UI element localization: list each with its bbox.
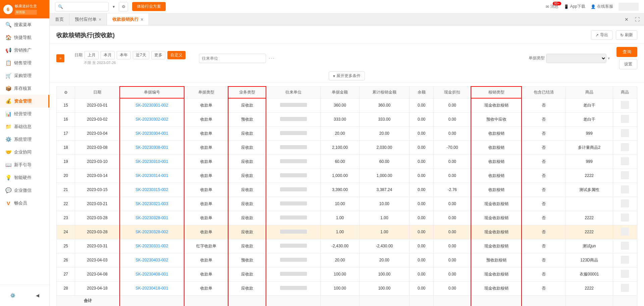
expand-arrow-btn[interactable]: » (56, 54, 64, 62)
sidebar-item-basic[interactable]: 📁 基础信息 (0, 120, 49, 133)
td-doc-no: SK-20230310-001 (120, 155, 184, 169)
td-cash-discount: 0.00 (434, 267, 471, 281)
doc-no-link[interactable]: SK-20230331-002 (136, 244, 168, 248)
td-amount: 3,390.00 (321, 183, 359, 197)
sidebar-item-guide[interactable]: 📖 新手引导 (0, 159, 49, 171)
guide-icon: 📖 (5, 162, 11, 168)
date-btn-this-year[interactable]: 本年 (117, 51, 131, 59)
sidebar-item-sales[interactable]: 📋 销售管理 (0, 57, 49, 69)
sidebar-item-operations[interactable]: 📊 经营管理 (0, 108, 49, 120)
doc-type-filter: 单据类型 ▾ (529, 54, 610, 63)
td-product2 (613, 267, 637, 281)
td-date: 2023-03-31 (75, 239, 120, 253)
expand-conditions-btn[interactable]: ▾ 展开更多条件 (329, 71, 365, 80)
sidebar-item-wechat[interactable]: 💬 企业微信 (0, 184, 49, 197)
expand-arrow-icon[interactable]: » (56, 54, 64, 62)
td-total-offset: 1.00 (359, 225, 409, 239)
td-total-offset: 333.00 (359, 112, 409, 126)
query-actions: 查询 设置 (616, 47, 637, 69)
sidebar-item-inventory[interactable]: 📦 库存核算 (0, 82, 49, 95)
td-product: 999 (566, 126, 613, 140)
tab-maximize-btn[interactable]: ⛶ (633, 15, 641, 23)
counterparty-input[interactable] (199, 54, 266, 63)
counterparty-dots-btn[interactable]: ··· (267, 55, 276, 61)
td-amount: 2,100.00 (321, 140, 359, 155)
tab-close-all-btn[interactable]: ✕ (623, 15, 631, 23)
td-doc-no: SK-20230321-003 (120, 197, 184, 211)
sales-icon: 📋 (5, 60, 11, 66)
query-btn[interactable]: 查询 (616, 47, 637, 57)
td-amount: 20.00 (321, 253, 359, 267)
date-btn-7days[interactable]: 近7天 (133, 51, 149, 59)
doc-no-link[interactable]: SK-20230308-001 (136, 145, 168, 150)
total-prod2 (613, 295, 637, 306)
export-icon: ↗ (595, 33, 599, 38)
header-dropdown[interactable]: ▾ (113, 4, 115, 9)
td-counterparty (266, 112, 321, 126)
doc-no-link[interactable]: SK-20230314-001 (136, 173, 168, 178)
doc-no-link[interactable]: SK-20230321-003 (136, 201, 168, 206)
tab-collection-close[interactable]: × (141, 17, 143, 22)
doc-no-link[interactable]: SK-20230408-001 (136, 272, 168, 277)
sidebar-collapse-btn[interactable]: ◀ (34, 291, 41, 300)
th-amount: 单据金额 (321, 86, 359, 98)
doc-no-link[interactable]: SK-20230328-001 (136, 216, 168, 220)
doc-no-link[interactable]: SK-20230418-001 (136, 286, 168, 291)
sidebar-item-marketing[interactable]: 📢 营销推广 (0, 44, 49, 57)
sidebar-label-hardware: 智能硬件 (14, 175, 32, 181)
th-offset-type: 核销类型 (471, 86, 522, 98)
date-btn-custom[interactable]: 自定义 (167, 51, 185, 59)
td-no: 19 (57, 155, 75, 169)
td-include-settled: 否 (522, 183, 566, 197)
td-biz-type: 应收款 (228, 155, 266, 169)
date-btn-last-month[interactable]: 上月 (85, 51, 99, 59)
sidebar-item-member[interactable]: V 畅会员 (0, 197, 49, 209)
th-settings[interactable]: ⚙ (57, 86, 75, 98)
tab-prepay[interactable]: 预付应付单 × (69, 13, 107, 25)
doc-no-link[interactable]: SK-20230310-001 (136, 159, 168, 164)
tab-collection[interactable]: 收款核销执行 × (107, 13, 149, 25)
td-doc-no: SK-20230328-002 (120, 225, 184, 239)
doc-no-link[interactable]: SK-20230304-001 (136, 131, 168, 136)
online-service-btn[interactable]: 👤 在线客服 (591, 4, 613, 9)
doc-no-link[interactable]: SK-20230301-002 (136, 103, 168, 108)
tab-home[interactable]: 首页 (50, 13, 69, 25)
doc-no-link[interactable]: SK-20230403-002 (136, 258, 168, 262)
refresh-btn[interactable]: ↻ 刷新 (616, 30, 637, 40)
sidebar-item-enterprise[interactable]: 🤝 企业协同 (0, 146, 49, 159)
td-product2 (613, 281, 637, 295)
date-btn-more[interactable]: 更多 (151, 51, 165, 59)
td-amount: 1.00 (321, 225, 359, 239)
refresh-label: 刷新 (625, 32, 633, 38)
td-doc-no: SK-20230302-002 (120, 112, 184, 126)
gear-btn[interactable]: ⚙ (119, 2, 128, 11)
table-row: 24 2023-03-28 SK-20230328-002 收款单 应收款 1.… (57, 225, 637, 239)
messages-badge: 99+ (553, 2, 561, 5)
td-cash-discount: 0.00 (434, 211, 471, 225)
tab-bar: 首页 预付应付单 × 收款核销执行 × ✕ ⛶ (50, 13, 644, 25)
date-btn-this-month[interactable]: 本月 (101, 51, 115, 59)
filter-area: » 日期 上月 本月 本年 近7天 更多 自定义 不限 至 2023-07-26 (50, 44, 644, 83)
td-doc-type: 收款单 (184, 211, 228, 225)
td-biz-type: 应收款 (228, 140, 266, 155)
export-btn[interactable]: ↗ 导出 (591, 30, 612, 40)
filter-settings-btn[interactable]: 设置 (619, 59, 637, 69)
doc-no-link[interactable]: SK-20230328-002 (136, 230, 168, 234)
tab-prepay-close[interactable]: × (99, 17, 101, 22)
sidebar-item-search[interactable]: 🔍 搜索菜单 (0, 18, 49, 31)
doc-no-link[interactable]: SK-20230315-002 (136, 187, 168, 192)
doc-no-link[interactable]: SK-20230302-002 (136, 117, 168, 122)
sidebar-item-finance[interactable]: 💰 资金管理 (0, 95, 49, 108)
sidebar-item-system[interactable]: ⚙️ 系统管理 (0, 133, 49, 146)
td-counterparty (266, 155, 321, 169)
messages-btn[interactable]: ✉ 消息 99+ (546, 4, 558, 9)
app-download-btn[interactable]: 📱 App下载 (564, 4, 585, 9)
sidebar-item-quick-nav[interactable]: 🏠 快捷导航 (0, 31, 49, 44)
sidebar-label-enterprise: 企业协同 (14, 149, 32, 155)
sidebar-item-purchase[interactable]: 🛒 采购管理 (0, 69, 49, 82)
doc-type-select[interactable] (546, 54, 606, 63)
industry-btn[interactable]: 体验行业方案 (132, 2, 166, 11)
td-cash-discount: 0.00 (434, 281, 471, 295)
sidebar-settings-btn[interactable]: ⚙️ (8, 291, 17, 300)
sidebar-item-hardware[interactable]: 💡 智能硬件 (0, 171, 49, 184)
